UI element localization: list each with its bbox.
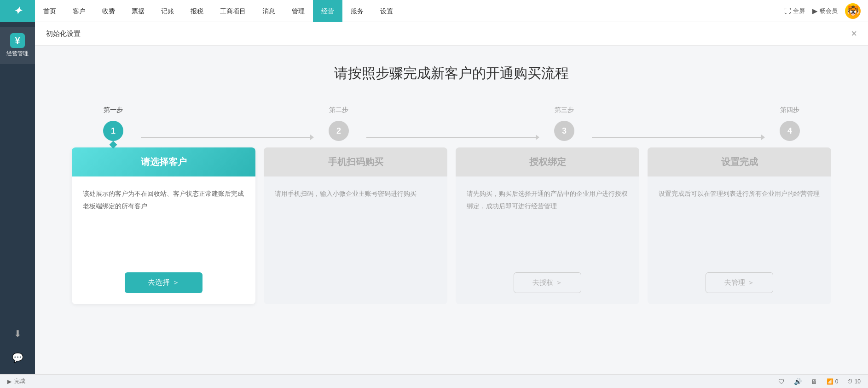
page-header: 初始化设置 × bbox=[35, 22, 868, 46]
sidebar: ¥ 经营管理 ⬇ 💬 bbox=[0, 22, 35, 374]
sidebar-download[interactable]: ⬇ bbox=[0, 322, 35, 346]
card-3-body: 请先购买，购买后选择开通的产品中的企业用户进行授权绑定，成功后即可进行经营管理 bbox=[456, 176, 639, 223]
time-status: ⏱ 10 bbox=[847, 378, 861, 385]
sidebar-item-operate[interactable]: ¥ 经营管理 bbox=[0, 27, 35, 64]
fullscreen-icon: ⛶ bbox=[784, 7, 791, 15]
logo: ✦ bbox=[0, 0, 35, 22]
status-bar: ▶ 完成 🛡 🔊 🖥 📶 0 ⏱ 10 bbox=[0, 374, 868, 388]
nav-item-account[interactable]: 记账 bbox=[153, 0, 182, 22]
nav-item-tax[interactable]: 报税 bbox=[182, 0, 212, 22]
play-icon: ▶ bbox=[7, 378, 12, 385]
card-1-body: 该处展示的客户为不在回收站、客户状态正常建账后完成老板端绑定的所有客户 bbox=[72, 176, 255, 223]
nav-item-fee[interactable]: 收费 bbox=[94, 0, 123, 22]
step-4-label: 第四步 bbox=[780, 106, 799, 114]
nav-item-invoice[interactable]: 票据 bbox=[123, 0, 153, 22]
step-1-label: 第一步 bbox=[104, 106, 123, 114]
step-3-label: 第三步 bbox=[555, 106, 574, 114]
nav-bar: 首页 客户 收费 票据 记账 报税 工商项目 消息 管理 经营 服务 设置 bbox=[35, 0, 401, 22]
display-icon: 🖥 bbox=[811, 378, 817, 385]
setup-heading: 请按照步骤完成新客户的开通购买流程 bbox=[72, 64, 831, 83]
step-card-2: 手机扫码购买 请用手机扫码，输入小微企业主账号密码进行购买 bbox=[264, 147, 447, 304]
card-2-header: 手机扫码购买 bbox=[264, 147, 447, 176]
card-1-footer: 去选择 ＞ bbox=[72, 272, 255, 293]
go-select-button[interactable]: 去选择 ＞ bbox=[125, 272, 202, 293]
sidebar-chat[interactable]: 💬 bbox=[0, 346, 35, 370]
steps-progress: 第一步 1 第二步 2 bbox=[72, 106, 831, 141]
connector-2 bbox=[366, 137, 537, 138]
step-2-label: 第二步 bbox=[329, 106, 348, 114]
setup-panel: 请按照步骤完成新客户的开通购买流程 第一步 1 第二步 2 bbox=[35, 46, 868, 323]
nav-item-operate[interactable]: 经营 bbox=[313, 0, 342, 22]
yuan-icon: ¥ bbox=[10, 33, 25, 48]
nav-right: ⛶ 全屏 ▶ 畅会员 🐯 bbox=[784, 3, 868, 19]
step-4-wrapper: 第四步 4 bbox=[762, 106, 817, 141]
card-3-header: 授权绑定 bbox=[456, 147, 639, 176]
step-3-circle: 3 bbox=[554, 121, 574, 141]
card-4-footer: 去管理 ＞ bbox=[648, 272, 831, 293]
page-title: 初始化设置 bbox=[46, 29, 81, 38]
network-status: 📶 0 bbox=[827, 378, 838, 385]
step-2-wrapper: 第二步 2 bbox=[311, 106, 366, 141]
status-text: 完成 bbox=[14, 377, 25, 385]
step-card-1: 请选择客户 该处展示的客户为不在回收站、客户状态正常建账后完成老板端绑定的所有客… bbox=[72, 147, 255, 304]
avatar[interactable]: 🐯 bbox=[845, 3, 861, 19]
card-1-header: 请选择客户 bbox=[72, 147, 255, 176]
sidebar-item-label: 经营管理 bbox=[6, 50, 29, 58]
cards-row: 请选择客户 该处展示的客户为不在回收站、客户状态正常建账后完成老板端绑定的所有客… bbox=[72, 147, 831, 304]
fullscreen-button[interactable]: ⛶ 全屏 bbox=[784, 7, 805, 15]
volume-icon: 🔊 bbox=[794, 378, 802, 385]
go-manage-button[interactable]: 去管理 ＞ bbox=[706, 272, 773, 293]
step-2-circle: 2 bbox=[329, 121, 349, 141]
step-card-3: 授权绑定 请先购买，购买后选择开通的产品中的企业用户进行授权绑定，成功后即可进行… bbox=[456, 147, 639, 304]
nav-item-service[interactable]: 服务 bbox=[342, 0, 372, 22]
step-4-circle: 4 bbox=[780, 121, 800, 141]
vip-icon: ▶ bbox=[812, 7, 818, 15]
nav-item-settings[interactable]: 设置 bbox=[372, 0, 401, 22]
step-1-wrapper: 第一步 1 bbox=[86, 106, 141, 141]
main-content: 初始化设置 × 请按照步骤完成新客户的开通购买流程 第一步 1 bbox=[35, 22, 868, 374]
nav-item-manage[interactable]: 管理 bbox=[284, 0, 313, 22]
connector-1 bbox=[141, 137, 311, 138]
nav-item-home[interactable]: 首页 bbox=[35, 0, 64, 22]
shield-icon: 🛡 bbox=[778, 378, 785, 385]
step-card-4: 设置完成 设置完成后可以在管理列表进行所有企业用户的经营管理 去管理 ＞ bbox=[648, 147, 831, 304]
nav-item-business[interactable]: 工商项目 bbox=[212, 0, 254, 22]
vip-button[interactable]: ▶ 畅会员 bbox=[812, 7, 838, 15]
chat-icon: 💬 bbox=[12, 352, 23, 363]
download-icon: ⬇ bbox=[14, 328, 22, 339]
nav-item-customer[interactable]: 客户 bbox=[64, 0, 94, 22]
card-3-footer: 去授权 ＞ bbox=[456, 272, 639, 293]
go-auth-button[interactable]: 去授权 ＞ bbox=[514, 272, 581, 293]
step-3-wrapper: 第三步 3 bbox=[537, 106, 592, 141]
status-right: 🛡 🔊 🖥 📶 0 ⏱ 10 bbox=[778, 378, 861, 385]
connector-3 bbox=[592, 137, 762, 138]
card-2-body: 请用手机扫码，输入小微企业主账号密码进行购买 bbox=[264, 176, 447, 211]
card-4-body: 设置完成后可以在管理列表进行所有企业用户的经营管理 bbox=[648, 176, 831, 211]
card-4-header: 设置完成 bbox=[648, 147, 831, 176]
nav-item-message[interactable]: 消息 bbox=[254, 0, 284, 22]
close-button[interactable]: × bbox=[851, 29, 857, 39]
step-1-circle: 1 bbox=[103, 121, 123, 141]
